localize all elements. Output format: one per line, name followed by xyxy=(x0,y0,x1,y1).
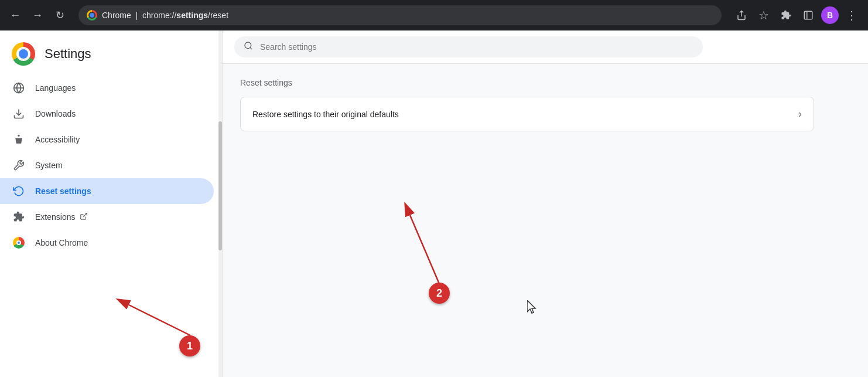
forward-button[interactable]: → xyxy=(29,7,46,23)
extensions-button[interactable] xyxy=(777,6,795,25)
chevron-right-icon: › xyxy=(798,108,802,120)
sidebar: Settings Languages Downloads xyxy=(0,30,223,377)
restore-defaults-text: Restore settings to their original defau… xyxy=(252,110,399,119)
share-button[interactable] xyxy=(732,6,751,25)
tab-button[interactable] xyxy=(799,6,818,25)
sidebar-item-reset-settings[interactable]: Reset settings xyxy=(0,178,214,204)
about-chrome-label: About Chrome xyxy=(35,238,88,247)
section-title: Reset settings xyxy=(240,78,850,87)
reload-button[interactable]: ↻ xyxy=(52,7,68,23)
reset-card: Restore settings to their original defau… xyxy=(240,97,814,131)
svg-line-5 xyxy=(83,213,87,216)
address-text: Chrome | chrome://settings/reset xyxy=(102,11,228,20)
svg-point-4 xyxy=(18,135,19,137)
profile-button[interactable]: B xyxy=(821,6,839,24)
svg-line-7 xyxy=(250,47,252,49)
back-button[interactable]: ← xyxy=(7,7,23,23)
svg-rect-0 xyxy=(804,11,812,19)
accessibility-icon xyxy=(12,133,26,147)
chrome-icon xyxy=(12,236,26,250)
search-input[interactable] xyxy=(260,42,693,52)
external-link-icon xyxy=(80,212,88,222)
sidebar-item-extensions[interactable]: Extensions xyxy=(0,204,214,230)
reset-settings-label: Reset settings xyxy=(35,186,91,196)
chrome-logo xyxy=(12,42,35,66)
accessibility-label: Accessibility xyxy=(35,135,80,144)
puzzle-icon xyxy=(12,210,26,224)
settings-title: Settings xyxy=(45,46,91,62)
languages-label: Languages xyxy=(35,83,76,93)
content-area: Reset settings Restore settings to their… xyxy=(223,30,868,377)
system-label: System xyxy=(35,161,63,170)
search-bar[interactable] xyxy=(234,36,703,57)
site-icon xyxy=(87,10,97,21)
sidebar-scrollbar-track xyxy=(218,30,222,377)
extensions-with-external: Extensions xyxy=(35,212,88,222)
sidebar-item-downloads[interactable]: Downloads xyxy=(0,101,214,127)
toolbar-right: ☆ B ⋮ xyxy=(732,6,861,25)
browser-toolbar: ← → ↻ Chrome | chrome://settings/reset ☆ xyxy=(0,0,868,30)
search-bar-container xyxy=(223,30,868,64)
page-content: Reset settings Restore settings to their… xyxy=(223,64,868,145)
sidebar-item-about-chrome[interactable]: About Chrome xyxy=(0,230,214,256)
menu-button[interactable]: ⋮ xyxy=(842,6,861,25)
reset-icon xyxy=(12,184,26,198)
extensions-label: Extensions xyxy=(35,212,75,222)
sidebar-item-accessibility[interactable]: Accessibility xyxy=(0,127,214,152)
restore-defaults-item[interactable]: Restore settings to their original defau… xyxy=(241,97,814,131)
download-icon xyxy=(12,107,26,121)
downloads-label: Downloads xyxy=(35,109,76,118)
sidebar-scrollbar-thumb[interactable] xyxy=(218,121,222,250)
sidebar-item-system[interactable]: System xyxy=(0,152,214,178)
address-bar[interactable]: Chrome | chrome://settings/reset xyxy=(78,5,722,25)
globe-icon xyxy=(12,81,26,95)
bookmark-button[interactable]: ☆ xyxy=(754,6,773,25)
settings-header: Settings xyxy=(0,35,222,75)
sidebar-item-languages[interactable]: Languages xyxy=(0,75,214,101)
svg-point-6 xyxy=(245,42,251,49)
search-icon xyxy=(244,41,253,53)
wrench-icon xyxy=(12,158,26,172)
main-wrapper: Settings Languages Downloads xyxy=(0,30,868,377)
